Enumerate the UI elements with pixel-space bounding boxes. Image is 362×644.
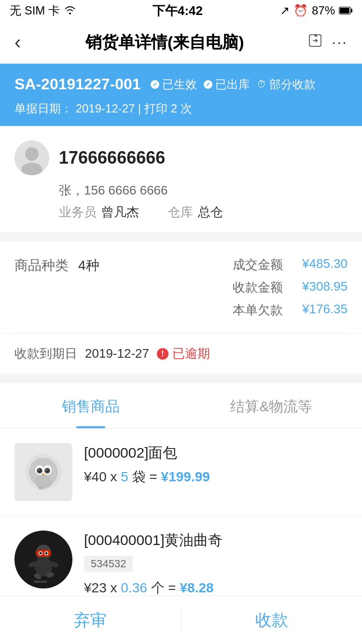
svg-point-14 (46, 469, 49, 472)
back-button[interactable]: ‹ (14, 31, 21, 53)
overdue-text: 已逾期 (172, 345, 210, 362)
due-section: 收款到期日 2019-12-27 ! 已逾期 (0, 334, 362, 374)
battery-label: 87% (312, 4, 335, 17)
product-qty-2: 0.36 (121, 580, 147, 595)
status-time: 下午4:42 (153, 2, 203, 19)
tabs-section: 销售商品 结算&物流等 (0, 383, 362, 429)
svg-point-5 (25, 147, 39, 161)
svg-text:售+: 售+ (39, 487, 44, 490)
overdue-icon: ! (157, 348, 168, 360)
wifi-icon (65, 4, 75, 17)
product-info-2: [000400001]黄油曲奇 534532 ¥23 x 0.36 个 = ¥8… (84, 531, 348, 597)
divider-1 (0, 232, 362, 242)
due-label: 收款到期日 (14, 345, 77, 362)
svg-text:diamond: diamond (34, 580, 47, 583)
status-shipped: 已出库 (204, 77, 250, 92)
product-thumbnail-1: 售+ (14, 443, 72, 501)
type-label: 商品种类 (14, 256, 69, 275)
svg-point-13 (38, 469, 41, 472)
debt-amount-row: 本单欠款 ¥176.35 (233, 302, 348, 319)
customer-name-phone: 张，156 6666 6666 (14, 182, 348, 199)
salesperson-item: 业务员 曾凡杰 (59, 204, 139, 221)
svg-point-27 (40, 552, 42, 555)
bottom-bar: 弃审 收款 (0, 596, 362, 644)
confirm-button[interactable]: 收款 (181, 600, 362, 641)
alarm-icon: ⏰ (293, 4, 308, 17)
check-icon-shipped (204, 80, 212, 89)
salesperson-value: 曾凡杰 (101, 204, 139, 221)
customer-section: 17666666666 张，156 6666 6666 业务员 曾凡杰 仓库 总… (0, 126, 362, 232)
overdue-badge: ! 已逾期 (157, 345, 210, 362)
warehouse-label: 仓库 (168, 204, 193, 221)
tabs-header: 销售商品 结算&物流等 (0, 383, 362, 429)
product-sku-2: 534532 (84, 556, 133, 572)
cancel-button[interactable]: 弃审 (0, 600, 181, 641)
product-total-2: ¥8.28 (180, 580, 213, 595)
avatar (14, 140, 49, 175)
deal-amount: ¥485.30 (302, 256, 348, 273)
page-title: 销货单详情(来自电脑) (85, 31, 244, 54)
status-left: 无 SIM 卡 (10, 3, 75, 18)
type-count: 4种 (78, 256, 99, 275)
nav-bar: ‹ 销货单详情(来自电脑) ··· (0, 21, 362, 64)
product-qty-1: 5 (121, 469, 128, 484)
status-partial-payment: ⏱ 部分收款 (257, 77, 316, 92)
summary-section: 商品种类 4种 成交金额 ¥485.30 收款金额 ¥308.95 本单欠款 ¥… (0, 242, 362, 333)
svg-rect-2 (340, 8, 349, 14)
order-date-info: 单据日期： 2019-12-27 | 打印 2 次 (14, 101, 348, 116)
order-id: SA-20191227-001 (14, 75, 141, 93)
nav-left[interactable]: ‹ (14, 31, 21, 53)
clock-icon: ⏱ (257, 79, 266, 90)
location-icon: ↗ (280, 4, 290, 17)
svg-point-16 (46, 470, 47, 471)
due-date-value: 2019-12-27 (85, 346, 149, 361)
debt-label: 本单欠款 (233, 302, 283, 319)
deal-amount-row: 成交金额 ¥485.30 (233, 256, 348, 273)
svg-point-15 (39, 470, 40, 471)
product-name-2: [000400001]黄油曲奇 (84, 531, 348, 550)
deal-label: 成交金额 (233, 256, 283, 273)
status-activated: 已生效 (151, 77, 197, 92)
header-banner: SA-20191227-001 已生效 已出库 ⏱ 部分收款 单据日期： 201… (0, 64, 362, 126)
list-item: 售+ [0000002]面包 ¥40 x 5 袋 = ¥199.99 (0, 429, 362, 516)
product-info-1: [0000002]面包 ¥40 x 5 袋 = ¥199.99 (84, 443, 348, 486)
summary-type: 商品种类 4种 (14, 256, 99, 275)
status-right: ↗ ⏰ 87% (280, 4, 352, 17)
more-button[interactable]: ··· (332, 33, 348, 51)
status-badges: 已生效 已出库 ⏱ 部分收款 (151, 77, 316, 92)
svg-point-28 (45, 552, 48, 555)
debt-amount: ¥176.35 (302, 302, 348, 319)
product-name-1: [0000002]面包 (84, 443, 348, 463)
nav-right[interactable]: ··· (308, 33, 348, 51)
battery-icon (339, 4, 352, 17)
status-bar: 无 SIM 卡 下午4:42 ↗ ⏰ 87% (0, 0, 362, 21)
customer-phone: 17666666666 (59, 148, 165, 168)
summary-amounts: 成交金额 ¥485.30 收款金额 ¥308.95 本单欠款 ¥176.35 (233, 256, 348, 319)
salesperson-label: 业务员 (59, 204, 97, 221)
product-thumbnail-2: diamond (14, 531, 72, 588)
warehouse-value: 总仓 (198, 204, 223, 221)
product-price-1: ¥40 x 5 袋 = ¥199.99 (84, 468, 348, 486)
share-button[interactable] (308, 34, 322, 51)
svg-rect-24 (36, 550, 51, 557)
product-list: 售+ [0000002]面包 ¥40 x 5 袋 = ¥199.99 (0, 429, 362, 612)
tab-settlement[interactable]: 结算&物流等 (181, 383, 362, 428)
product-total-1: ¥199.99 (161, 469, 210, 484)
customer-meta: 业务员 曾凡杰 仓库 总仓 (14, 204, 348, 221)
svg-rect-1 (351, 9, 352, 13)
order-date: 2019-12-27 (76, 102, 135, 115)
sim-label: 无 SIM 卡 (10, 3, 60, 18)
receipt-amount-row: 收款金额 ¥308.95 (233, 279, 348, 296)
warehouse-item: 仓库 总仓 (168, 204, 223, 221)
check-icon-activated (151, 80, 159, 89)
receipt-amount: ¥308.95 (302, 279, 348, 296)
tab-sales-products[interactable]: 销售商品 (0, 383, 181, 428)
product-price-2: ¥23 x 0.36 个 = ¥8.28 (84, 579, 348, 597)
receipt-label: 收款金额 (233, 279, 283, 296)
